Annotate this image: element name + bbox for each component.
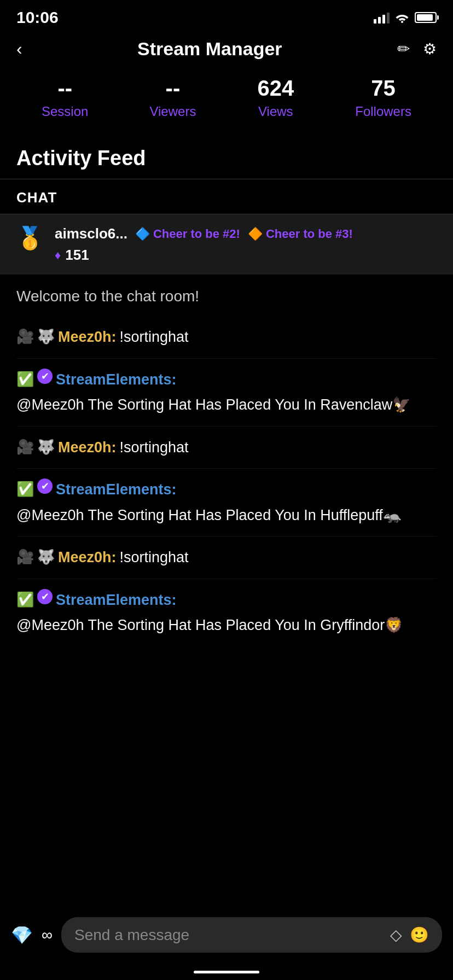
msg-1-icon-wolf: 🐺	[37, 326, 55, 347]
svg-point-0	[401, 21, 403, 23]
welcome-message: Welcome to the chat room!	[0, 275, 453, 316]
chat-message-6: ✅ ✔ StreamElements: @Meez0h The Sorting …	[16, 579, 437, 646]
msg-3-text: !sortinghat	[120, 436, 189, 459]
status-icons	[374, 11, 437, 24]
battery-icon	[415, 12, 437, 23]
stat-followers-label: Followers	[355, 104, 411, 119]
points-row: ♦ 151	[55, 247, 437, 264]
bottom-input-bar: 💎 ∞ Send a message ◇ 🙂	[0, 908, 453, 980]
msg-3-icon-wolf: 🐺	[37, 436, 55, 458]
points-value: 151	[65, 247, 89, 264]
back-button[interactable]: ‹	[16, 39, 22, 59]
chat-message-2: ✅ ✔ StreamElements: @Meez0h The Sorting …	[16, 359, 437, 427]
message-input-placeholder[interactable]: Send a message	[74, 926, 382, 944]
status-bar: 10:06	[0, 0, 453, 33]
msg-4-icon-check: ✅	[16, 479, 34, 500]
chat-message-5: 🎥 🐺 Meez0h: !sortinghat	[16, 536, 437, 579]
chat-messages: 🎥 🐺 Meez0h: !sortinghat ✅ ✔ StreamElemen…	[0, 316, 453, 646]
user-row: aimsclo6... 🔷 Cheer to be #2! 🔶 Cheer to…	[55, 225, 437, 242]
activity-feed-title: Activity Feed	[16, 147, 146, 170]
msg-4-text: @Meez0h The Sorting Hat Has Placed You I…	[16, 504, 402, 527]
cheer-btn-3[interactable]: 🔶 Cheer to be #3!	[248, 227, 353, 241]
stat-viewers[interactable]: -- Viewers	[149, 76, 196, 119]
chat-section-label: CHAT	[0, 179, 453, 214]
stat-views[interactable]: 624 Views	[257, 76, 294, 119]
user-info: aimsclo6... 🔷 Cheer to be #2! 🔶 Cheer to…	[55, 225, 437, 264]
msg-6-text: @Meez0h The Sorting Hat Has Placed You I…	[16, 614, 403, 637]
home-indicator	[194, 971, 259, 973]
stat-session-value: --	[42, 76, 88, 101]
activity-feed-header: Activity Feed	[0, 136, 453, 179]
stat-viewers-value: --	[149, 76, 196, 101]
msg-5-text: !sortinghat	[120, 546, 189, 569]
message-input-container[interactable]: Send a message ◇ 🙂	[61, 917, 442, 953]
stat-views-label: Views	[257, 104, 294, 119]
stat-followers[interactable]: 75 Followers	[355, 76, 411, 119]
emoji-icon[interactable]: 🙂	[410, 926, 429, 944]
cheer-btn-2[interactable]: 🔷 Cheer to be #2!	[135, 227, 240, 241]
msg-2-icon-se: ✔	[37, 369, 53, 384]
msg-3-icon-video: 🎥	[16, 436, 34, 458]
stat-viewers-label: Viewers	[149, 104, 196, 119]
stats-row: -- Session -- Viewers 624 Views 75 Follo…	[0, 71, 453, 136]
points-icon: ♦	[55, 248, 61, 262]
badge-icon: 🥇	[16, 225, 44, 251]
wifi-icon	[395, 12, 409, 23]
msg-6-icon-se: ✔	[37, 589, 53, 604]
header: ‹ Stream Manager ✏ ⚙	[0, 33, 453, 71]
msg-5-icon-video: 🎥	[16, 546, 34, 568]
msg-6-icon-check: ✅	[16, 589, 34, 610]
msg-5-icon-wolf: 🐺	[37, 546, 55, 568]
stat-followers-value: 75	[355, 76, 411, 101]
signal-bars-icon	[374, 11, 390, 24]
msg-5-username[interactable]: Meez0h:	[58, 546, 117, 569]
infinity-icon: ∞	[42, 926, 53, 944]
stat-session[interactable]: -- Session	[42, 76, 88, 119]
edit-icon[interactable]: ✏	[397, 40, 410, 58]
stat-session-label: Session	[42, 104, 88, 119]
spark-icon[interactable]: ◇	[390, 926, 402, 944]
page-title: Stream Manager	[137, 38, 282, 60]
chat-message-1: 🎥 🐺 Meez0h: !sortinghat	[16, 316, 437, 359]
msg-2-text: @Meez0h The Sorting Hat Has Placed You I…	[16, 394, 411, 416]
msg-4-icon-se: ✔	[37, 479, 53, 494]
settings-icon[interactable]: ⚙	[423, 40, 437, 58]
cheer3-icon: 🔶	[248, 227, 263, 241]
pinned-user-row: 🥇 aimsclo6... 🔷 Cheer to be #2! 🔶 Cheer …	[0, 214, 453, 275]
input-row: 💎 ∞ Send a message ◇ 🙂	[11, 917, 442, 953]
msg-1-username[interactable]: Meez0h:	[58, 326, 117, 348]
status-time: 10:06	[16, 8, 59, 27]
pinned-username: aimsclo6...	[55, 225, 127, 242]
stat-views-value: 624	[257, 76, 294, 101]
cheer3-label: Cheer to be #3!	[266, 227, 353, 241]
msg-6-username[interactable]: StreamElements:	[56, 589, 177, 611]
msg-1-text: !sortinghat	[120, 326, 189, 348]
header-actions: ✏ ⚙	[397, 40, 437, 58]
msg-1-icon-video: 🎥	[16, 326, 34, 347]
chat-message-4: ✅ ✔ StreamElements: @Meez0h The Sorting …	[16, 469, 437, 536]
msg-2-icon-check: ✅	[16, 369, 34, 390]
msg-2-username[interactable]: StreamElements:	[56, 369, 177, 391]
gem-icon: 💎	[11, 925, 33, 946]
cheer2-icon: 🔷	[135, 227, 150, 241]
cheer2-label: Cheer to be #2!	[153, 227, 240, 241]
msg-3-username[interactable]: Meez0h:	[58, 436, 117, 459]
chat-message-3: 🎥 🐺 Meez0h: !sortinghat	[16, 427, 437, 469]
msg-4-username[interactable]: StreamElements:	[56, 479, 177, 501]
